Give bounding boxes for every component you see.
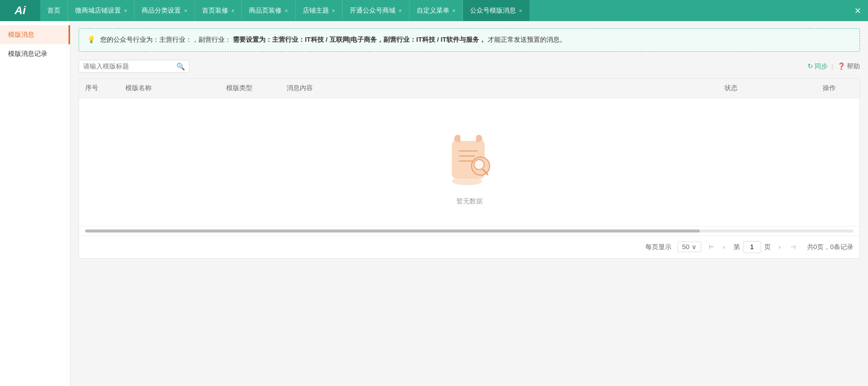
- empty-text: 暂无数据: [456, 197, 483, 206]
- per-page-value: 50: [682, 243, 689, 251]
- col-content: 消息内容: [281, 84, 718, 93]
- sync-button[interactable]: ↻ 同步: [808, 62, 828, 71]
- alert-highlight: 需要设置为：主营行业：IT科技 / 互联网|电子商务，副营行业：IT科技 / I…: [233, 36, 486, 43]
- sidebar-item-0[interactable]: 模版消息: [0, 25, 70, 44]
- nav-tab-8[interactable]: 公众号模版消息×: [463, 0, 529, 21]
- nav-tab-close-4[interactable]: ×: [285, 8, 288, 14]
- main-layout: 模版消息模版消息记录 💡 您的公众号行业为：主营行业：，副营行业： 需要设置为：…: [0, 21, 868, 386]
- nav-tab-2[interactable]: 商品分类设置×: [135, 0, 194, 21]
- search-input-wrap[interactable]: 🔍: [79, 60, 189, 73]
- col-seq: 序号: [79, 84, 119, 93]
- scrollbar-thumb[interactable]: [85, 229, 700, 233]
- nav-tab-label-7: 自定义菜单: [417, 6, 449, 15]
- scrollbar-track[interactable]: [85, 229, 853, 233]
- prev-page-button[interactable]: ‹: [718, 241, 730, 253]
- nav-tab-close-7[interactable]: ×: [452, 8, 455, 14]
- nav-tab-7[interactable]: 自定义菜单×: [410, 0, 463, 21]
- svg-point-5: [474, 160, 484, 170]
- search-bar: 🔍 ↻ 同步 | ❓ 帮助: [79, 60, 860, 73]
- page-prefix-label: 第: [733, 243, 740, 252]
- search-input[interactable]: [83, 62, 176, 70]
- svg-point-7: [476, 161, 479, 164]
- alert-suffix: 才能正常发送预置的消息。: [488, 36, 566, 43]
- nav-tab-1[interactable]: 微商城店铺设置×: [68, 0, 135, 21]
- nav-tab-close-8[interactable]: ×: [519, 8, 522, 14]
- nav-tab-4[interactable]: 商品页装修×: [242, 0, 295, 21]
- nav-tab-label-5: 店铺主题: [303, 6, 329, 15]
- nav-tab-label-0: 首页: [47, 6, 60, 15]
- sync-label: 同步: [815, 62, 828, 71]
- last-page-button[interactable]: ⊣: [787, 241, 799, 253]
- nav-tab-label-2: 商品分类设置: [142, 6, 181, 15]
- alert-icon: 💡: [87, 36, 95, 43]
- content-area: 💡 您的公众号行业为：主营行业：，副营行业： 需要设置为：主营行业：IT科技 /…: [71, 21, 868, 386]
- next-page-button[interactable]: ›: [774, 241, 786, 253]
- nav-tab-5[interactable]: 店铺主题×: [296, 0, 343, 21]
- empty-state: 暂无数据: [79, 98, 859, 226]
- search-actions: ↻ 同步 | ❓ 帮助: [808, 62, 860, 71]
- nav-tab-close-1[interactable]: ×: [124, 8, 127, 14]
- sidebar-item-1[interactable]: 模版消息记录: [0, 44, 70, 63]
- logo: Ai: [0, 0, 40, 21]
- col-name: 模版名称: [119, 84, 220, 93]
- nav-tab-close-3[interactable]: ×: [231, 8, 234, 14]
- nav-tab-close-2[interactable]: ×: [184, 8, 187, 14]
- alert-prefix: 您的公众号行业为：主营行业：，副营行业：: [100, 36, 231, 43]
- table-scrollbar[interactable]: [79, 226, 859, 236]
- sync-icon: ↻: [808, 62, 813, 70]
- help-button[interactable]: ❓ 帮助: [837, 62, 860, 71]
- table-header: 序号 模版名称 模版类型 消息内容 状态 操作: [79, 79, 859, 98]
- col-action: 操作: [799, 84, 859, 93]
- total-label: 共0页，0条记录: [807, 243, 853, 252]
- empty-icon: [439, 128, 500, 189]
- nav-tab-6[interactable]: 开通公众号商城×: [343, 0, 409, 21]
- col-type: 模版类型: [220, 84, 281, 93]
- chevron-down-icon: ∨: [692, 243, 697, 251]
- nav-tab-label-6: 开通公众号商城: [350, 6, 395, 15]
- sidebar: 模版消息模版消息记录: [0, 21, 71, 386]
- nav-tab-close-5[interactable]: ×: [332, 8, 335, 14]
- divider: |: [832, 62, 833, 70]
- per-page-select[interactable]: 50 ∨: [678, 242, 701, 252]
- logo-text: Ai: [15, 4, 26, 17]
- col-status: 状态: [718, 84, 799, 93]
- data-table: 序号 模版名称 模版类型 消息内容 状态 操作: [79, 78, 860, 259]
- first-page-button[interactable]: ⊢: [705, 241, 717, 253]
- per-page-label: 每页显示: [645, 243, 672, 252]
- nav-tabs: 首页微商城店铺设置×商品分类设置×首页装修×商品页装修×店铺主题×开通公众号商城…: [40, 0, 847, 21]
- close-all-button[interactable]: ✕: [847, 0, 868, 21]
- help-icon: ❓: [837, 62, 845, 70]
- pagination: 每页显示 50 ∨ ⊢ ‹ 第 页 › ⊣ 共0页，0条记录: [79, 236, 859, 258]
- nav-tab-close-6[interactable]: ×: [398, 8, 402, 14]
- nav-tab-3[interactable]: 首页装修×: [195, 0, 242, 21]
- top-nav: Ai 首页微商城店铺设置×商品分类设置×首页装修×商品页装修×店铺主题×开通公众…: [0, 0, 868, 21]
- help-label: 帮助: [847, 62, 860, 71]
- page-nav: ⊢ ‹ 第 页 › ⊣: [705, 241, 799, 253]
- page-unit-label: 页: [764, 243, 771, 252]
- alert-box: 💡 您的公众号行业为：主营行业：，副营行业： 需要设置为：主营行业：IT科技 /…: [79, 28, 860, 52]
- search-icon[interactable]: 🔍: [176, 62, 185, 70]
- page-input[interactable]: [743, 241, 761, 253]
- nav-tab-0[interactable]: 首页: [40, 0, 68, 21]
- nav-tab-label-3: 首页装修: [202, 6, 228, 15]
- nav-tab-label-8: 公众号模版消息: [470, 6, 516, 15]
- nav-tab-label-4: 商品页装修: [249, 6, 282, 15]
- nav-tab-label-1: 微商城店铺设置: [75, 6, 121, 15]
